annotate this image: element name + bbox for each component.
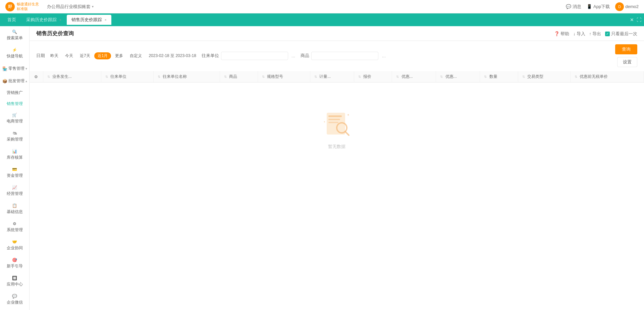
date-btn-yesterday[interactable]: 昨天: [48, 52, 61, 59]
col-product[interactable]: ⇅ 商品: [220, 71, 258, 83]
date-btn-more[interactable]: 更多: [112, 52, 126, 59]
sort-arrows-unit2: ⇅: [314, 75, 317, 79]
source-unit-input[interactable]: [221, 52, 288, 60]
apps-icon: 🔲: [12, 276, 17, 280]
sort-arrows-product: ⇅: [224, 75, 227, 79]
app-selector[interactable]: 办公用品行业模拟账套 ▾: [47, 4, 94, 10]
page-title: 销售历史价查询: [36, 30, 74, 37]
date-btn-today[interactable]: 今天: [62, 52, 76, 59]
source-unit-label: 往来单位: [202, 53, 219, 59]
sidebar-item-operation[interactable]: 📈 经营管理: [0, 182, 29, 200]
sidebar-finance-label: 资金管理: [7, 173, 23, 178]
col-pre-tax-price[interactable]: ⇅ 优惠前无税单价: [570, 71, 644, 83]
sidebar-basic-label: 基础信息: [7, 209, 23, 215]
app-download-button[interactable]: 📱 App下载: [587, 4, 610, 10]
tab-purchase-close[interactable]: ×: [59, 18, 61, 22]
table-header-row: ⚙ ⇅ 业务发生... ⇅ 往来单位 ⇅ 往来单位名称: [30, 71, 644, 83]
col-spec[interactable]: ⇅ 规格型号: [258, 71, 310, 83]
sidebar-item-wholesale[interactable]: 📦 批发管理 ▴: [0, 75, 29, 87]
sidebar-item-finance[interactable]: 💳 资金管理: [0, 164, 29, 182]
product-label: 商品: [301, 53, 309, 59]
col-quantity[interactable]: ⇅ 数量: [480, 71, 518, 83]
sidebar-item-purchase[interactable]: 🛍 采购管理: [0, 127, 29, 146]
tab-bar-actions: ✕ ⛶: [630, 17, 641, 22]
col-discount2[interactable]: ⇅ 优惠...: [436, 71, 480, 83]
settings-button[interactable]: 设置: [617, 57, 637, 67]
tab-home[interactable]: 首页: [3, 15, 21, 25]
chevron-down-icon: ▾: [92, 5, 94, 8]
export-button[interactable]: ↑ 导出: [589, 31, 601, 37]
help-button[interactable]: ❓ 帮助: [554, 31, 569, 37]
sidebar-item-apps[interactable]: 🔲 应用中心: [0, 272, 29, 291]
tab-bar: 首页 采购历史价跟踪 × 销售历史价跟踪 × ✕ ⛶: [0, 13, 644, 26]
sidebar-item-basic[interactable]: 📋 基础信息: [0, 200, 29, 218]
sidebar-item-inventory[interactable]: 📊 库存核算: [0, 146, 29, 164]
col-biz-date[interactable]: ⇅ 业务发生...: [43, 71, 101, 83]
basic-icon: 📋: [12, 203, 17, 208]
wholesale-arrow-icon: ▴: [25, 79, 27, 83]
tab-sales-close[interactable]: ×: [105, 18, 107, 22]
sidebar-apps-label: 应用中心: [7, 281, 23, 287]
logo-icon: 好: [5, 2, 15, 11]
date-btn-custom[interactable]: 自定义: [127, 52, 145, 59]
sort-arrows-unit: ⇅: [105, 75, 108, 79]
sidebar-item-shortcut[interactable]: ⚡ 快捷导航: [0, 44, 29, 62]
only-last-checkbox[interactable]: ✓ 只看最后一次: [605, 31, 637, 37]
source-unit-picker-icon[interactable]: ...: [291, 53, 296, 58]
purchase-icon: 🛍: [13, 131, 17, 136]
tab-home-label: 首页: [7, 17, 16, 23]
sidebar: 🔍 搜索菜单 ⚡ 快捷导航 🏪 零售管理 ▾ 📦 批发管理 ▴ 营销推广 销售管…: [0, 26, 30, 310]
product-picker-icon[interactable]: ...: [382, 53, 386, 58]
col-quote[interactable]: ⇅ 报价: [354, 71, 392, 83]
empty-text: 暂无数据: [328, 144, 345, 150]
user-area[interactable]: D demo2: [615, 2, 639, 11]
sidebar-item-ecommerce[interactable]: 🛒 电商管理: [0, 109, 29, 127]
sidebar-item-system[interactable]: ⚙ 系统管理: [0, 218, 29, 236]
sidebar-item-member[interactable]: 👑 畅会员: [0, 309, 29, 310]
sidebar-item-enterprise[interactable]: 🤝 企业协同: [0, 236, 29, 254]
sidebar-enterprise-label: 企业协同: [7, 245, 23, 251]
empty-icon: ✦ ✦: [320, 109, 354, 140]
product-input[interactable]: [311, 52, 378, 60]
table-area: ⚙ ⇅ 业务发生... ⇅ 往来单位 ⇅ 往来单位名称: [30, 71, 644, 310]
wholesale-icon: 📦: [2, 79, 7, 84]
avatar: D: [615, 2, 624, 11]
sidebar-item-search[interactable]: 🔍 搜索菜单: [0, 26, 29, 44]
col-unit-code[interactable]: ⇅ 往来单位: [101, 71, 153, 83]
operation-icon: 📈: [12, 185, 17, 190]
col-discount1[interactable]: ⇅ 优惠...: [392, 71, 436, 83]
query-button[interactable]: 查询: [615, 44, 637, 54]
sort-arrows-biz: ⇅: [47, 75, 50, 79]
col-trade-type[interactable]: ⇅ 交易类型: [518, 71, 570, 83]
sidebar-item-retail[interactable]: 🏪 零售管理 ▾: [0, 62, 29, 75]
date-btn-1month[interactable]: 近1月: [94, 52, 111, 59]
retail-arrow-icon: ▾: [25, 67, 27, 70]
logo-text: 畅捷通好生意 标准版: [17, 2, 39, 11]
sidebar-sub-marketing[interactable]: 营销推广: [0, 87, 29, 98]
import-button[interactable]: ↓ 导入: [573, 31, 585, 37]
tab-purchase-history[interactable]: 采购历史价跟踪 ×: [21, 15, 66, 25]
content-area: 销售历史价查询 ❓ 帮助 ↓ 导入 ↑ 导出 ✓: [30, 26, 644, 310]
close-all-tabs-button[interactable]: ✕: [630, 17, 634, 22]
sidebar-item-newbie[interactable]: 🎯 新手引导: [0, 254, 29, 272]
wechat-icon: 💬: [12, 294, 17, 299]
sort-arrows-qty: ⇅: [484, 75, 487, 79]
col-unit[interactable]: ⇅ 计量...: [310, 71, 354, 83]
gear-icon: ⚙: [34, 74, 38, 79]
sidebar-retail-label: 零售管理: [8, 66, 24, 71]
svg-rect-2: [328, 119, 340, 120]
col-unit-name[interactable]: ⇅ 往来单位名称: [153, 71, 220, 83]
tab-sales-history[interactable]: 销售历史价跟踪 ×: [67, 15, 111, 25]
sort-arrows-quote: ⇅: [358, 75, 361, 79]
fullscreen-button[interactable]: ⛶: [637, 17, 641, 22]
sidebar-purchase-label: 采购管理: [7, 137, 23, 142]
sidebar-sub-sales-mgmt[interactable]: 销售管理: [0, 98, 29, 109]
message-button[interactable]: 💬 消息: [566, 4, 581, 10]
date-range-display: 2023-02-18 至 2023-03-18: [149, 53, 196, 59]
sidebar-item-wechat[interactable]: 💬 企业微信: [0, 291, 29, 309]
sidebar-wholesale-label: 批发管理: [8, 78, 24, 84]
col-gear[interactable]: ⚙: [30, 71, 43, 83]
date-btn-7days[interactable]: 近7天: [77, 52, 93, 59]
search-icon: 🔍: [12, 30, 17, 34]
ecommerce-icon: 🛒: [12, 113, 17, 117]
